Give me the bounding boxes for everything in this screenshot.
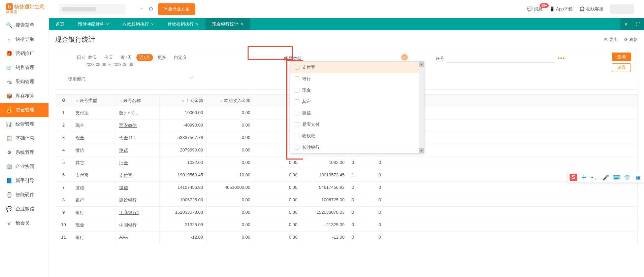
export-button[interactable]: ⇱导出 <box>604 37 618 43</box>
cell-prev-balance: 2079990.00 <box>160 144 207 157</box>
sidebar-item-9[interactable]: ⚙系统管理 <box>0 145 49 160</box>
account-link[interactable]: 西安微信 <box>119 123 137 128</box>
tab-2[interactable]: 收款核销执行✕ <box>116 18 161 30</box>
settings-button[interactable]: 设置 <box>612 63 631 72</box>
ime-punct-icon[interactable]: •， <box>591 174 599 181</box>
sidebar-item-5[interactable]: 📦库存核算 <box>0 89 49 103</box>
col-income[interactable]: ⇅本期收入金额 <box>207 95 254 107</box>
gear-icon[interactable]: ⚙ <box>149 6 153 12</box>
tab-0[interactable]: 首页 <box>49 18 71 30</box>
date-chip-4[interactable]: 更多 <box>155 54 169 61</box>
close-icon[interactable]: ✕ <box>106 22 109 27</box>
checkbox-icon[interactable] <box>295 145 299 150</box>
col-account-type[interactable]: ⇅账号类型 <box>72 95 116 107</box>
sidebar-item-6[interactable]: 💰资金管理 <box>0 103 49 117</box>
account-link[interactable]: AAA <box>119 235 128 240</box>
export-label: 导出 <box>609 37 618 43</box>
cell-c4: 152033078.03 <box>301 207 348 219</box>
sidebar-item-3[interactable]: 🛒销售管理 <box>0 61 49 75</box>
dropdown-option-2[interactable]: 现金 <box>290 84 424 96</box>
checkbox-icon[interactable] <box>295 65 299 70</box>
dropdown-scrollbar[interactable]: ▴ ▾ <box>419 62 424 153</box>
sidebar-item-4[interactable]: 🛍采购管理 <box>0 75 49 89</box>
cell-c3: 0.00 <box>254 207 301 219</box>
account-link[interactable]: 工商银行1 <box>119 210 139 215</box>
account-label: 账号 <box>436 55 444 62</box>
scroll-down-icon[interactable]: ▾ <box>419 148 424 153</box>
refresh-button[interactable]: ⟳刷新 <box>624 37 638 43</box>
sidebar-item-11[interactable]: 📘新手引导 <box>0 174 49 188</box>
cell-prev-balance: 19019563.45 <box>160 169 207 181</box>
dropdown-option-1[interactable]: 银行 <box>290 73 424 84</box>
close-tab-icon[interactable]: ✕ <box>620 18 632 30</box>
dropdown-option-0[interactable]: 支付宝 <box>290 62 424 73</box>
account-input[interactable] <box>447 54 555 63</box>
close-icon[interactable]: ✕ <box>196 22 199 27</box>
ime-lang-label[interactable]: 中 <box>580 174 588 181</box>
user-avatar[interactable] <box>610 4 634 14</box>
account-link[interactable]: 中国银行 <box>119 222 137 228</box>
account-link[interactable]: 测试 <box>119 148 128 153</box>
chevron-down-icon[interactable]: ﹀ <box>140 6 144 12</box>
checkbox-icon[interactable] <box>295 122 299 127</box>
top-header: b 畅捷通好生意 标准版 ﹀ ⚙ 体验行业方案 💬 消息 99+ 📱 App下载… <box>0 0 644 18</box>
sidebar-item-8[interactable]: 📋基础信息 <box>0 131 49 145</box>
dept-select[interactable]: ﹀ <box>86 74 193 83</box>
account-link[interactable]: 微信 <box>119 185 128 190</box>
mic-icon[interactable]: 🎤 <box>602 174 609 181</box>
col-prev-balance[interactable]: ⇅上期余额 <box>160 95 207 107</box>
skin-icon[interactable]: 👕 <box>623 174 631 181</box>
checkbox-icon[interactable] <box>295 99 299 104</box>
sidebar-item-7[interactable]: 📊经营管理 <box>0 117 49 131</box>
checkbox-icon[interactable] <box>295 134 299 138</box>
dropdown-option-5[interactable]: 易宝支付 <box>290 119 424 130</box>
column-settings-icon[interactable]: ⚙ <box>55 95 72 107</box>
sidebar-item-14[interactable]: V畅会员 <box>0 216 49 230</box>
checkbox-icon[interactable] <box>295 111 299 115</box>
dropdown-option-7[interactable]: 长沙银行 <box>290 142 424 153</box>
date-chip-1[interactable]: 今天 <box>102 54 116 61</box>
date-chip-5[interactable]: 自定义 <box>171 54 190 61</box>
sogou-icon[interactable]: S <box>570 174 577 181</box>
tab-4[interactable]: 现金银行统计✕ <box>205 18 250 30</box>
sidebar-item-0[interactable]: 🔍搜索菜单 <box>0 18 49 32</box>
date-chip-0[interactable]: 昨天 <box>86 54 100 61</box>
checkbox-icon[interactable] <box>295 88 299 93</box>
date-chip-3[interactable]: 近1月 <box>136 54 153 61</box>
account-link[interactable]: 建设银行 <box>119 198 137 203</box>
messages-link[interactable]: 💬 消息 99+ <box>527 6 543 12</box>
query-button[interactable]: 查询 <box>612 53 631 61</box>
trial-button[interactable]: 体验行业方案 <box>158 3 195 15</box>
close-icon[interactable]: ✕ <box>151 22 154 27</box>
support-link[interactable]: 🎧 在线客服 <box>579 6 604 12</box>
dropdown-option-6[interactable]: 收钱吧 <box>290 130 424 142</box>
dropdown-option-4[interactable]: 微信 <box>290 107 424 119</box>
sidebar-item-1[interactable]: ⌂快捷导航 <box>0 32 49 46</box>
keyboard-icon[interactable]: ⌨ <box>613 174 620 181</box>
account-link[interactable]: 现金111 <box>119 135 135 140</box>
app-download-link[interactable]: 📱 App下载 <box>549 6 573 12</box>
col-account-name[interactable]: ⇅账号名称 <box>116 95 160 107</box>
sidebar-item-10[interactable]: 🏢企业协同 <box>0 160 49 174</box>
sidebar-item-12[interactable]: ⌚智能硬件 <box>0 188 49 202</box>
close-icon[interactable]: ✕ <box>240 22 244 27</box>
collapse-toggle-icon[interactable]: ︿ <box>401 54 408 61</box>
toolbox-icon[interactable]: ▦ <box>634 174 642 181</box>
more-dots-icon[interactable]: ••• <box>557 55 565 61</box>
account-link[interactable]: 支付宝 <box>119 173 132 178</box>
date-chip-2[interactable]: 近7天 <box>118 54 134 61</box>
sidebar-item-13[interactable]: 💬企业微信 <box>0 202 49 216</box>
sidebar-icon: 💬 <box>6 206 12 212</box>
account-link[interactable]: 陡(○○○)... <box>119 110 138 115</box>
company-selector[interactable] <box>59 4 126 14</box>
scroll-up-icon[interactable]: ▴ <box>419 62 424 67</box>
dropdown-option-3[interactable]: 其它 <box>290 96 424 107</box>
sidebar-item-2[interactable]: 🎁营销推广 <box>0 46 49 61</box>
tab-1[interactable]: 预付冲应付单✕ <box>71 18 116 30</box>
account-link[interactable]: 旧金 <box>119 160 128 165</box>
expand-icon[interactable]: ⛶ <box>632 18 644 30</box>
sidebar-label: 基础信息 <box>15 135 34 141</box>
option-label: 现金 <box>302 87 311 93</box>
tab-3[interactable]: 付款核销执行✕ <box>161 18 205 30</box>
checkbox-icon[interactable] <box>295 76 299 81</box>
